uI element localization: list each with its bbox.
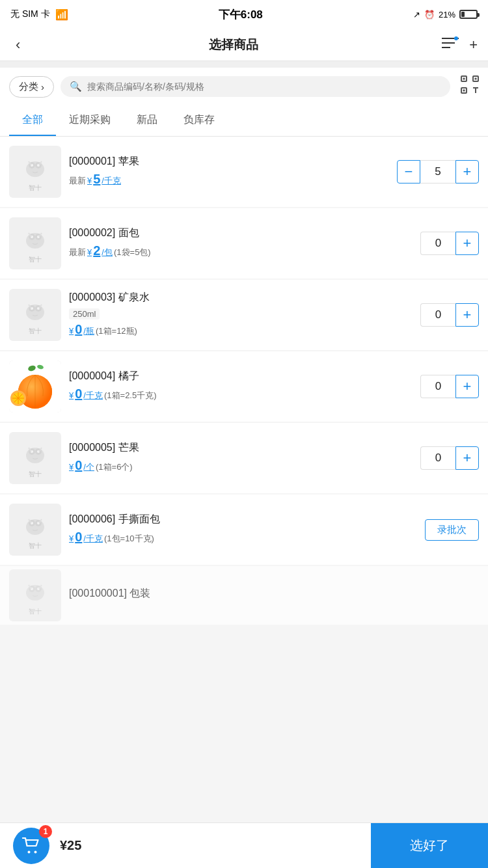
qty-input-4[interactable] xyxy=(420,375,455,398)
placeholder-owl: 智十 xyxy=(20,223,51,264)
qty-controls-2: + xyxy=(420,232,479,255)
price-row-6: ¥ 0 /千克 (1包=10千克) xyxy=(69,530,417,545)
svg-rect-8 xyxy=(475,78,477,80)
product-image-2: 智十 xyxy=(9,217,61,269)
qty-input-3[interactable] xyxy=(420,303,455,327)
placeholder-owl: 智十 xyxy=(20,575,51,616)
product-name-3: [0000003] 矿泉水 xyxy=(69,291,413,305)
wifi-icon: 📶 xyxy=(55,8,68,21)
increase-button-4[interactable]: + xyxy=(455,375,479,398)
price-value-2: 2 xyxy=(93,243,100,258)
status-time: 下午6:08 xyxy=(219,7,263,22)
price-unit-6: /千克 xyxy=(83,533,103,545)
price-unit-4: /千克 xyxy=(83,390,103,401)
price-spec-3: (1箱=12瓶) xyxy=(96,325,137,337)
svg-point-22 xyxy=(26,305,44,320)
product-image-7: 智十 xyxy=(9,569,61,621)
price-unit-5: /个 xyxy=(83,461,94,473)
svg-rect-9 xyxy=(463,90,465,92)
placeholder-owl: 智十 xyxy=(20,294,51,336)
increase-button-5[interactable]: + xyxy=(455,446,479,470)
decrease-button-1[interactable]: − xyxy=(397,160,420,183)
tab-all[interactable]: 全部 xyxy=(9,105,56,136)
brand-label: 智十 xyxy=(29,607,42,616)
price-currency-1: ¥ xyxy=(87,176,92,185)
status-bar: 无 SIM 卡 📶 下午6:08 ↗ ⏰ 21% xyxy=(0,0,488,29)
qty-controls-3: + xyxy=(420,303,479,327)
svg-rect-7 xyxy=(463,78,465,80)
price-value-5: 0 xyxy=(75,458,82,473)
qty-input-1[interactable] xyxy=(420,160,455,183)
qty-input-2[interactable] xyxy=(420,232,455,255)
scan-icon[interactable] xyxy=(461,75,479,98)
search-icon: 🔍 xyxy=(70,81,82,92)
product-image-5: 智十 xyxy=(9,432,61,484)
price-label-2: 最新 xyxy=(69,247,86,258)
location-icon: ↗ xyxy=(413,10,420,20)
product-name-4: [0000004] 橘子 xyxy=(69,370,413,383)
increase-button-2[interactable]: + xyxy=(455,232,479,255)
tab-new[interactable]: 新品 xyxy=(124,105,170,136)
status-right: ↗ ⏰ 21% xyxy=(413,10,478,20)
placeholder-owl: 智十 xyxy=(20,509,51,550)
alarm-icon: ⏰ xyxy=(424,10,435,20)
product-info-7: [000100001] 包装 xyxy=(69,587,479,604)
increase-button-1[interactable]: + xyxy=(455,160,479,183)
nav-actions: + xyxy=(442,36,478,54)
tab-bar: 全部 近期采购 新品 负库存 xyxy=(0,105,488,137)
product-info-1: [0000001] 苹果 最新 ¥ 5 /千克 xyxy=(69,155,389,189)
qty-input-5[interactable] xyxy=(420,446,455,470)
tab-negative-stock[interactable]: 负库存 xyxy=(170,105,228,136)
battery-fill xyxy=(461,12,465,17)
product-spec-3: 250ml xyxy=(69,308,100,319)
price-row-1: 最新 ¥ 5 /千克 xyxy=(69,172,389,187)
price-row-5: ¥ 0 /个 (1箱=6个) xyxy=(69,458,413,473)
carrier-label: 无 SIM 卡 xyxy=(10,8,50,20)
status-left: 无 SIM 卡 📶 xyxy=(10,8,68,21)
product-name-7: [000100001] 包装 xyxy=(69,587,479,601)
price-currency-6: ¥ xyxy=(69,534,74,543)
category-button[interactable]: 分类 › xyxy=(9,76,54,98)
svg-point-17 xyxy=(26,233,44,249)
product-name-5: [0000005] 芒果 xyxy=(69,441,413,455)
svg-point-3 xyxy=(454,36,458,40)
svg-point-38 xyxy=(26,448,44,463)
svg-point-54 xyxy=(34,850,37,853)
brand-label: 智十 xyxy=(29,470,42,479)
price-spec-2: (1袋=5包) xyxy=(114,247,151,258)
qty-controls-1: − + xyxy=(397,160,479,183)
tab-recent[interactable]: 近期采购 xyxy=(56,105,124,136)
bottom-bar: 1 ¥25 选好了 xyxy=(0,822,488,868)
search-box: 🔍 xyxy=(61,76,450,97)
price-value-3: 0 xyxy=(75,322,82,337)
product-list: 智十 [0000001] 苹果 最新 ¥ 5 /千克 − + xyxy=(0,137,488,678)
price-value-6: 0 xyxy=(75,530,82,545)
increase-button-3[interactable]: + xyxy=(455,303,479,327)
list-item: 智十 [0000006] 手撕面包 ¥ 0 /千克 (1包=10千克) 录批次 xyxy=(0,495,488,565)
orange-svg xyxy=(9,360,61,413)
price-value-1: 5 xyxy=(93,172,100,187)
price-unit-1: /千克 xyxy=(102,175,121,187)
cart-button[interactable]: 1 xyxy=(13,828,49,864)
cart-icon xyxy=(22,837,40,854)
qty-controls-6: 录批次 xyxy=(425,519,479,541)
brand-label: 智十 xyxy=(29,541,42,550)
svg-point-48 xyxy=(26,585,44,601)
search-input[interactable] xyxy=(87,81,441,92)
filter-icon[interactable] xyxy=(442,36,459,54)
add-button[interactable]: + xyxy=(469,36,478,53)
batch-button-6[interactable]: 录批次 xyxy=(425,519,479,541)
confirm-button[interactable]: 选好了 xyxy=(371,823,488,869)
cart-total: ¥25 xyxy=(49,838,371,853)
product-image-3: 智十 xyxy=(9,289,61,341)
product-name-2: [0000002] 面包 xyxy=(69,226,413,240)
list-item: 智十 [0000002] 面包 最新 ¥ 2 /包 (1袋=5包) + xyxy=(0,208,488,278)
price-spec-4: (1箱=2.5千克) xyxy=(104,390,157,401)
product-info-3: [0000003] 矿泉水 250ml ¥ 0 /瓶 (1箱=12瓶) xyxy=(69,291,413,339)
price-row-4: ¥ 0 /千克 (1箱=2.5千克) xyxy=(69,387,413,401)
price-label-1: 最新 xyxy=(69,175,86,187)
back-button[interactable]: ‹ xyxy=(10,34,25,56)
price-spec-6: (1包=10千克) xyxy=(104,533,154,545)
price-row-2: 最新 ¥ 2 /包 (1袋=5包) xyxy=(69,243,413,258)
product-name-6: [0000006] 手撕面包 xyxy=(69,513,417,526)
